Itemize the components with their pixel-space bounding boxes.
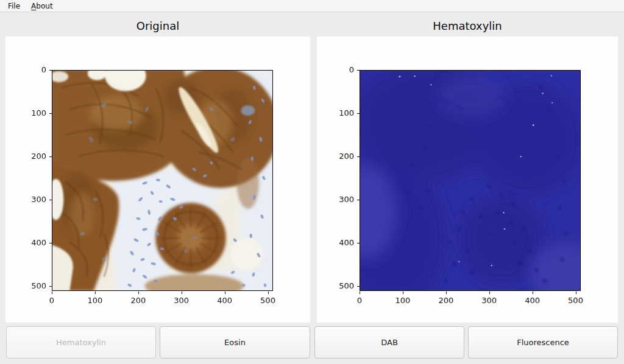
hematoxylin-y-axis: 0100200300400500	[317, 70, 360, 291]
tick-label: 100	[87, 296, 102, 305]
original-x-axis: 0100200300400500	[52, 292, 273, 307]
tick-label: 200	[438, 296, 453, 305]
tick-label: 200	[130, 296, 146, 305]
menu-item-file[interactable]: File	[4, 1, 24, 12]
menu-bar: File About	[0, 0, 624, 12]
original-y-axis: 0100200300400500	[5, 70, 52, 291]
original-image	[52, 70, 273, 291]
tick-label: 0	[41, 65, 46, 74]
tick-label: 100	[395, 296, 410, 305]
hematoxylin-panel: 0100200300400500 0100200300400500	[317, 37, 618, 323]
original-panel-title: Original	[5, 19, 310, 33]
tick-label: 300	[174, 296, 189, 305]
tick-label: 0	[49, 296, 54, 305]
original-panel: 0100200300400500 0100200300400500	[5, 37, 310, 323]
tick-label: 400	[217, 296, 232, 305]
tick-label: 300	[481, 296, 497, 305]
tick-label: 0	[349, 65, 354, 74]
tick-label: 500	[260, 296, 275, 305]
dab-button[interactable]: DAB	[314, 326, 464, 359]
fluorescence-button[interactable]: Fluorescence	[468, 326, 618, 359]
hematoxylin-image	[360, 70, 581, 291]
hematoxylin-button[interactable]: Hematoxylin	[6, 326, 156, 359]
tick-label: 200	[31, 152, 46, 161]
tick-label: 100	[339, 108, 354, 117]
tick-label: 200	[339, 152, 354, 161]
tick-label: 400	[339, 238, 354, 247]
eosin-button[interactable]: Eosin	[160, 326, 310, 359]
tick-label: 100	[31, 108, 46, 117]
tick-label: 500	[568, 296, 583, 305]
tick-label: 500	[339, 281, 354, 290]
hematoxylin-x-axis: 0100200300400500	[360, 292, 581, 307]
tick-label: 300	[31, 195, 46, 204]
tick-label: 500	[31, 281, 46, 290]
menu-item-about[interactable]: About	[27, 1, 57, 12]
tick-label: 400	[525, 296, 540, 305]
tick-label: 400	[31, 238, 46, 247]
hematoxylin-panel-title: Hematoxylin	[317, 19, 618, 33]
tick-label: 300	[339, 195, 354, 204]
tick-label: 0	[357, 296, 362, 305]
